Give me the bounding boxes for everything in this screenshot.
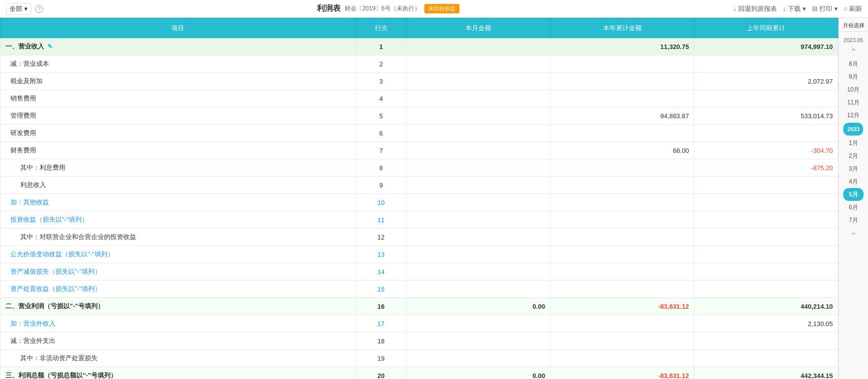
cell-prev: 442,344.15 [694, 367, 838, 379]
cell-month [407, 194, 551, 211]
cell-month [407, 332, 551, 350]
header-month: 本月金额 [407, 18, 551, 38]
month-item[interactable]: 5月 [843, 188, 864, 201]
breadcrumb-arrow: ▾ [24, 5, 28, 12]
cell-seq: 20 [356, 367, 407, 379]
print-button[interactable]: ⊟ 打印 ▾ [812, 4, 838, 13]
cell-prev [694, 125, 838, 142]
month-item[interactable]: 4月 [843, 175, 864, 188]
breadcrumb-label: 全部 [9, 4, 22, 13]
cell-seq: 10 [356, 194, 407, 211]
cell-seq: 16 [356, 298, 407, 315]
status-badge: 未结转损益 [424, 4, 460, 13]
table-row: 管理费用594,883.87533,014.73 [0, 107, 838, 125]
cell-month [407, 177, 551, 194]
cell-item: 其中：非流动资产处置损失 [0, 350, 356, 367]
scroll-up-button[interactable]: ⌃ [847, 47, 861, 57]
cell-item: 资产减值损失（损失以"-"填列） [0, 263, 356, 281]
table-row: 其中：非流动资产处置损失19 [0, 350, 838, 367]
table-row: 税金及附加32,072.97 [0, 73, 838, 90]
cell-year [550, 263, 694, 281]
main-content: 项目 行次 本月金额 本年累计金额 上年同期累计 一、营业收入 ✎111,320… [0, 18, 868, 379]
cell-month [407, 263, 551, 281]
month-item[interactable]: 3月 [843, 162, 864, 175]
cell-year [550, 159, 694, 177]
header-item: 项目 [0, 18, 356, 38]
cell-prev [694, 90, 838, 107]
cell-seq: 14 [356, 263, 407, 281]
cell-year [550, 332, 694, 350]
cell-year [550, 246, 694, 263]
month-item[interactable]: 6月 [843, 201, 864, 214]
table-row: 研发费用6 [0, 125, 838, 142]
cell-seq: 15 [356, 281, 407, 298]
cell-year [550, 350, 694, 367]
cell-year: 11,320.75 [550, 38, 694, 55]
cell-item: 一、营业收入 ✎ [0, 38, 356, 55]
table-row: 投资收益（损失以"-"填列）11 [0, 211, 838, 229]
page-title: 利润表 [317, 3, 341, 14]
cell-seq: 3 [356, 73, 407, 90]
cell-month [407, 211, 551, 229]
month-item[interactable]: 8月 [843, 57, 864, 70]
cell-item: 税金及附加 [0, 73, 356, 90]
cell-year [550, 177, 694, 194]
table-row: 其中：利息费用8-875.20 [0, 159, 838, 177]
cell-year [550, 194, 694, 211]
download-button[interactable]: ↓ 下载 ▾ [783, 4, 806, 13]
top-bar-center: 利润表 财会〔2019〕6号（未执行） 未结转损益 [317, 3, 460, 14]
cell-seq: 5 [356, 107, 407, 125]
top-bar-right: ↓ 回退到原报表 ↓ 下载 ▾ ⊟ 打印 ▾ ○ 刷新 [733, 4, 862, 13]
cell-seq: 2 [356, 55, 407, 73]
cell-prev [694, 332, 838, 350]
header-prev: 上年同期累计 [694, 18, 838, 38]
cell-item: 减：营业外支出 [0, 332, 356, 350]
cell-seq: 1 [356, 38, 407, 55]
cell-seq: 8 [356, 159, 407, 177]
cell-month [407, 246, 551, 263]
scroll-down-button[interactable]: ⌄ [847, 227, 861, 237]
cell-item: 资产处置收益（损失以"-"填列） [0, 281, 356, 298]
cell-prev [694, 350, 838, 367]
cell-month: 0.00 [407, 367, 551, 379]
cell-month [407, 159, 551, 177]
cell-item: 投资收益（损失以"-"填列） [0, 211, 356, 229]
cell-month [407, 315, 551, 332]
cell-prev: 2,130.05 [694, 315, 838, 332]
cell-month [407, 229, 551, 246]
month-item[interactable]: 10月 [843, 83, 864, 96]
month-item[interactable]: 12月 [843, 109, 864, 122]
breadcrumb-select[interactable]: 全部 ▾ [6, 3, 31, 15]
month-item[interactable]: 9月 [843, 70, 864, 83]
cell-year [550, 73, 694, 90]
table-row: 三、利润总额（亏损总额以"-"号填列）200.00-83,631.12442,3… [0, 367, 838, 379]
cell-seq: 13 [356, 246, 407, 263]
cell-year [550, 90, 694, 107]
month-item[interactable]: 2月 [843, 149, 864, 162]
cell-month [407, 73, 551, 90]
cell-month [407, 90, 551, 107]
cell-prev: 440,214.10 [694, 298, 838, 315]
month-item[interactable]: 2023 [843, 123, 863, 136]
month-item[interactable]: 11月 [843, 96, 864, 109]
cell-year [550, 55, 694, 73]
cell-year: 94,883.87 [550, 107, 694, 125]
back-button[interactable]: ↓ 回退到原报表 [733, 4, 777, 13]
table-row: 财务费用768.00-304.70 [0, 142, 838, 159]
cell-prev [694, 263, 838, 281]
table-area: 项目 行次 本月金额 本年累计金额 上年同期累计 一、营业收入 ✎111,320… [0, 18, 838, 379]
cell-item: 公允价值变动收益（损失以"-"填列） [0, 246, 356, 263]
month-item[interactable]: 1月 [843, 137, 864, 149]
cell-year [550, 315, 694, 332]
cell-prev [694, 281, 838, 298]
month-item[interactable]: 7月 [843, 214, 864, 227]
table-row: 其中：对联营企业和合营企业的投资收益12 [0, 229, 838, 246]
cell-prev [694, 229, 838, 246]
help-icon[interactable]: ? [35, 5, 43, 13]
edit-icon[interactable]: ✎ [46, 43, 52, 50]
cell-year [550, 211, 694, 229]
refresh-button[interactable]: ○ 刷新 [844, 4, 862, 13]
header-seq: 行次 [356, 18, 407, 38]
cell-prev: -304.70 [694, 142, 838, 159]
cell-item: 销售费用 [0, 90, 356, 107]
